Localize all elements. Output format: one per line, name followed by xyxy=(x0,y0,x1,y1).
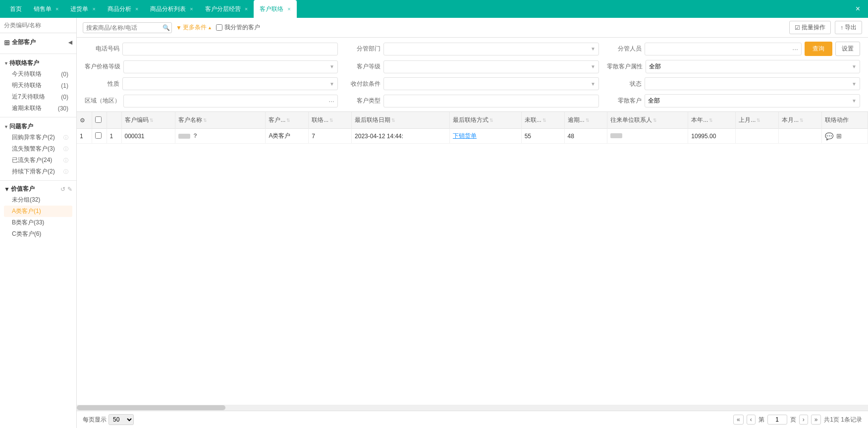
phone-input[interactable] xyxy=(122,43,338,55)
nav-sales-order[interactable]: 销售单 × xyxy=(28,0,64,18)
sidebar-item-declining[interactable]: 持续下滑客户(2) ⓘ xyxy=(4,166,72,177)
sidebar-all-customers-section: ⊞ 全部客户 ◀ xyxy=(0,33,76,52)
sidebar-item-churned[interactable]: 已流失客户(24) ⓘ xyxy=(4,155,72,166)
retail-customer-input[interactable]: 全部 ▼ xyxy=(645,94,860,107)
first-page-button[interactable]: « xyxy=(733,415,744,425)
sort-icon-thismonth: ⇅ xyxy=(800,118,804,123)
th-unit-contact[interactable]: 往来单位联系人 ⇅ xyxy=(607,112,688,129)
row-checkbox-1[interactable] xyxy=(92,129,107,144)
horizontal-scrollbar[interactable] xyxy=(77,405,868,411)
th-customer-code[interactable]: 客户编码 ⇅ xyxy=(121,112,175,129)
filter-more-button[interactable]: ▼ 更多条件 ▲ xyxy=(176,23,212,32)
problem-customer-label[interactable]: ▼ 问题客户 xyxy=(4,120,72,132)
refresh-icon[interactable]: ↺ xyxy=(60,186,65,193)
close-product-analysis[interactable]: × xyxy=(135,0,138,18)
table-container: ⚙ 客户编码 ⇅ xyxy=(77,112,868,405)
sidebar-item-b-customers[interactable]: B类客户(33) xyxy=(4,217,72,228)
person-input[interactable]: ··· xyxy=(645,43,802,55)
message-icon[interactable]: 💬 xyxy=(825,132,833,140)
close-sales-order[interactable]: × xyxy=(55,0,58,18)
window-close-button[interactable]: × xyxy=(852,4,864,13)
page-size-select[interactable]: 50 100 200 xyxy=(108,414,134,425)
th-contact-action: 联络动作 xyxy=(821,112,868,129)
customer-level-input[interactable]: ▼ xyxy=(383,60,599,73)
scroll-thumb[interactable] xyxy=(77,405,225,410)
select-all-checkbox[interactable] xyxy=(95,116,102,123)
value-customer-title[interactable]: ▼ 价值客户 xyxy=(4,185,35,193)
page-number-input[interactable] xyxy=(767,415,787,425)
phone-label: 电话号码 xyxy=(85,45,119,53)
th-last-contact-date[interactable]: 最后联络日期 ⇅ xyxy=(352,112,450,129)
th-overdue[interactable]: 逾期... ⇅ xyxy=(564,112,607,129)
filter-bar: 🔍 ▼ 更多条件 ▲ 我分管的客户 ☑ 批量操作 ↑ 导出 xyxy=(77,18,868,38)
dots-icon-person: ··· xyxy=(792,45,798,53)
price-level-input[interactable]: ▼ xyxy=(123,60,338,73)
sidebar-item-churn-warning[interactable]: 流失预警客户(3) ⓘ xyxy=(4,143,72,155)
total-info: 共1页 1条记录 xyxy=(824,416,862,424)
region-input[interactable]: ··· xyxy=(123,95,338,107)
sidebar-item-a-customers[interactable]: A类客户(1) xyxy=(4,206,72,217)
sidebar-item-repurchase-abnormal[interactable]: 回购异常客户(2) ⓘ xyxy=(4,132,72,143)
sidebar-item-7days[interactable]: 近7天待联络 (0) xyxy=(4,91,72,103)
pending-contact-label[interactable]: ▼ 待联络客户 xyxy=(4,57,72,68)
my-customers-check[interactable] xyxy=(216,24,222,31)
retail-attr-input[interactable]: 全部 ▼ xyxy=(646,60,860,73)
payment-input[interactable]: ▼ xyxy=(383,77,599,90)
th-no-contact[interactable]: 未联... ⇅ xyxy=(521,112,564,129)
th-last-contact-way[interactable]: 最后联络方式 ⇅ xyxy=(450,112,522,129)
last-page-button[interactable]: » xyxy=(811,415,821,425)
sidebar-item-today[interactable]: 今天待联络 (0) xyxy=(4,68,72,80)
page-size-label: 每页显示 xyxy=(83,416,107,424)
close-customer-contact[interactable]: × xyxy=(287,0,290,18)
batch-icon: ☑ xyxy=(795,24,800,31)
th-contact[interactable]: 联络... ⇅ xyxy=(309,112,352,129)
person-label: 分管人员 xyxy=(607,45,642,53)
close-customer-stratification[interactable]: × xyxy=(245,0,248,18)
th-customer-name[interactable]: 客户名称 ⇅ xyxy=(175,112,266,129)
grid-icon[interactable]: ⊞ xyxy=(836,132,842,140)
sidebar-search-input[interactable] xyxy=(4,22,77,29)
close-product-analysis-list[interactable]: × xyxy=(190,0,193,18)
sidebar-item-ungrouped[interactable]: 未分组(32) xyxy=(4,194,72,206)
nav-customer-stratification[interactable]: 客户分层经营 × xyxy=(199,0,254,18)
nav-product-analysis[interactable]: 商品分析 × xyxy=(102,0,144,18)
bottom-bar: 每页显示 50 100 200 « ‹ 第 页 › » 共1页 1条记录 xyxy=(77,411,868,428)
customer-type-input[interactable] xyxy=(383,95,599,107)
th-gear[interactable]: ⚙ xyxy=(77,112,92,129)
close-purchase-order[interactable]: × xyxy=(92,0,95,18)
gear-icon[interactable]: ⚙ xyxy=(80,117,85,124)
th-last-month[interactable]: 上月... ⇅ xyxy=(736,112,779,129)
sidebar: 🔍 ⊞ 全部客户 ◀ ▼ 待联络客户 今天待联络 (0) 明天待联络 xyxy=(0,18,77,428)
export-button[interactable]: ↑ 导出 xyxy=(835,21,862,34)
all-customers-title[interactable]: ⊞ 全部客户 ◀ xyxy=(4,36,72,49)
settings-button[interactable]: 设置 xyxy=(835,42,860,56)
filter-row-person: 分管人员 ··· 查询 设置 xyxy=(607,42,860,56)
status-input[interactable]: ▼ xyxy=(645,77,860,90)
th-customer-category[interactable]: 客户... ⇅ xyxy=(266,112,309,129)
nav-purchase-order[interactable]: 进货单 × xyxy=(64,0,101,18)
th-this-month[interactable]: 本月... ⇅ xyxy=(779,112,822,129)
sidebar-item-tomorrow[interactable]: 明天待联络 (1) xyxy=(4,80,72,91)
nav-home[interactable]: 首页 xyxy=(4,0,28,18)
nature-input[interactable]: ▼ xyxy=(122,77,338,90)
contact-way-link[interactable]: 下销货单 xyxy=(453,132,477,139)
edit-icon[interactable]: ✎ xyxy=(67,186,72,193)
batch-ops-button[interactable]: ☑ 批量操作 xyxy=(789,21,831,34)
sidebar-item-c-customers[interactable]: C类客户(6) xyxy=(4,228,72,240)
prev-page-button[interactable]: ‹ xyxy=(747,415,756,425)
filter-search-icon: 🔍 xyxy=(163,24,170,31)
dept-input[interactable]: ▼ xyxy=(383,43,599,55)
nav-product-analysis-list[interactable]: 商品分析列表 × xyxy=(144,0,199,18)
row-check-1[interactable] xyxy=(95,132,102,139)
filter-search-input[interactable] xyxy=(86,24,161,31)
nav-customer-contact[interactable]: 客户联络 × xyxy=(254,0,296,18)
next-page-button[interactable]: › xyxy=(799,415,808,425)
search-button[interactable]: 查询 xyxy=(805,42,832,56)
filter-row-status: 状态 ▼ xyxy=(607,77,860,90)
my-customers-checkbox[interactable]: 我分管的客户 xyxy=(216,23,260,32)
sidebar-item-overdue[interactable]: 逾期未联络 (30) xyxy=(4,103,72,114)
th-checkbox[interactable] xyxy=(92,112,107,129)
dept-label: 分管部门 xyxy=(346,45,380,53)
th-this-year[interactable]: 本年... ⇅ xyxy=(688,112,736,129)
row-last-contact-way-1[interactable]: 下销货单 xyxy=(450,129,522,144)
